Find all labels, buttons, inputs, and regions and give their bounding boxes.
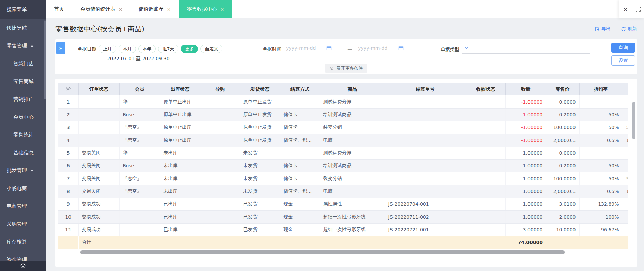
column-header-收款状态: 收款状态	[466, 83, 505, 95]
cell: 0.5%	[579, 134, 623, 147]
table-row[interactable]: 6交易关闭Rose未出库未发货储值卡培训测试商品1.000000.200050%	[58, 159, 628, 172]
pill-上月[interactable]: 上月	[99, 45, 116, 53]
table-panel: 订单状态会员出库状态导购发货状态结算方式商品结算单号收款状态数量零售价折扣率 1…	[55, 79, 637, 267]
cell: 原单中止出库	[160, 121, 200, 134]
tab-close-icon[interactable]: ×	[167, 7, 171, 12]
sidebar-item-批发管理[interactable]: 批发管理	[0, 162, 46, 180]
sidebar-item-label: 基础信息	[13, 150, 34, 156]
cell: 132.89%	[579, 198, 623, 210]
sidebar-settings-bar[interactable]	[0, 261, 46, 271]
cell: 6	[58, 159, 78, 172]
sidebar-item-营销推广[interactable]: 营销推广	[0, 90, 46, 108]
calendar-icon[interactable]	[326, 45, 332, 51]
main-area: 首页会员储值统计表×储值调账单×零售数据中心× × 零售数据中心(按会员+商品)	[46, 0, 644, 271]
time-from-field[interactable]	[285, 45, 342, 53]
time-to-input[interactable]	[358, 45, 398, 51]
pill-自定义[interactable]: 自定义	[200, 45, 222, 53]
refresh-button[interactable]: 刷新	[621, 26, 637, 32]
type-filter-group: 单据类型	[441, 45, 590, 54]
sidebar-item-label: 零售管理	[7, 43, 27, 49]
sidebar-item-库存核算[interactable]: 库存核算	[0, 233, 46, 251]
doc-type-select[interactable]	[462, 45, 590, 54]
export-button[interactable]: 导出	[595, 26, 611, 32]
column-header-出库状态: 出库状态	[160, 83, 200, 95]
calendar-icon[interactable]	[398, 45, 404, 51]
column-header-订单状态: 订单状态	[78, 83, 119, 95]
table-row[interactable]: 3『恋空』原单中止出库原单中止发货储值卡裂变分销-1.00000100.0000…	[58, 121, 628, 134]
sidebar-item-搜索菜单[interactable]: 搜索菜单	[0, 0, 46, 19]
sidebar-item-label: 搜索菜单	[7, 6, 27, 13]
sidebar-scrollbar[interactable]	[44, 20, 46, 99]
cell: 50%	[579, 172, 623, 185]
sidebar-item-快捷导航[interactable]: 快捷导航	[0, 19, 46, 37]
cell: 1	[58, 95, 78, 108]
table-row[interactable]: 1华原单中止出库原单中止发货测试运费分摊-1.000000.0000	[58, 95, 628, 108]
cell	[579, 95, 623, 108]
tab-储值调账单[interactable]: 储值调账单×	[131, 0, 179, 18]
vertical-scrollbar[interactable]	[632, 102, 635, 139]
cell: 未发货	[240, 172, 280, 185]
time-filter-label: 单据时间	[263, 45, 281, 53]
table-row[interactable]: 5交易关闭华未出库未发货测试运费分摊1.000000.0000	[58, 147, 628, 159]
fullscreen-icon[interactable]	[632, 0, 644, 18]
tab-零售数据中心[interactable]: 零售数据中心×	[179, 0, 232, 18]
collapse-filter-button[interactable]: »	[56, 42, 65, 54]
date-filter-label: 单据日期	[78, 45, 96, 53]
cell	[623, 108, 628, 121]
cell: 原单中止发货	[240, 95, 280, 108]
sidebar-item-label: 采购管理	[7, 221, 27, 227]
cell: JS-20220704-001	[385, 198, 466, 210]
sidebar-item-小畅电商[interactable]: 小畅电商	[0, 180, 46, 197]
horizontal-scrollbar[interactable]	[80, 250, 565, 254]
sidebar-item-会员中心[interactable]: 会员中心	[0, 108, 46, 126]
tab-首页[interactable]: 首页	[46, 0, 72, 18]
tab-close-icon[interactable]: ×	[119, 7, 123, 12]
table-row[interactable]: 2Rose原单中止出库原单中止发货储值卡培训测试商品-1.000000.2000…	[58, 108, 628, 121]
pill-本年[interactable]: 本年	[138, 45, 156, 53]
cell	[200, 223, 240, 236]
double-chevron-down-icon	[330, 66, 334, 71]
cell	[385, 95, 466, 108]
sidebar-item-零售管理[interactable]: 零售管理	[0, 37, 46, 55]
tab-会员储值统计表[interactable]: 会员储值统计表×	[72, 0, 131, 18]
table-row[interactable]: 9交易成功已出库已发货现金属性属性JS-20220704-0011.000003…	[58, 198, 628, 210]
settings-button[interactable]: 设置	[611, 55, 635, 66]
sidebar-item-零售商城[interactable]: 零售商城	[0, 73, 46, 90]
time-from-input[interactable]	[286, 45, 326, 51]
sidebar-item-采购管理[interactable]: 采购管理	[0, 215, 46, 233]
column-settings-gear-icon[interactable]	[58, 83, 78, 95]
close-icon[interactable]: ×	[619, 0, 632, 18]
table-body: 1华原单中止出库原单中止发货测试运费分摊-1.000000.00002Rose原…	[58, 95, 628, 249]
refresh-icon	[621, 27, 626, 32]
table-row[interactable]: 7交易关闭『恋空』未出库未发货储值卡裂变分销1.00000100.000050%…	[58, 172, 628, 185]
cell: 2.0000	[546, 210, 579, 223]
cell	[385, 172, 466, 185]
sidebar-item-label: 智慧门店	[13, 61, 34, 67]
time-to-field[interactable]	[357, 45, 414, 53]
pill-本月[interactable]: 本月	[119, 45, 136, 53]
sidebar-item-电商管理[interactable]: 电商管理	[0, 197, 46, 215]
cell	[385, 121, 466, 134]
search-button[interactable]: 查询	[611, 43, 635, 53]
export-icon	[595, 27, 600, 32]
date-range-value: 2022-07-01 至 2022-09-30	[107, 56, 222, 62]
filter-row: 单据日期 上月本月本年近7天更多自定义 2022-07-01 至 2022-09…	[55, 39, 637, 62]
cell: 现金	[280, 198, 320, 210]
table-row[interactable]: 11交易成功已出库已发货现金超细一次性弓形牙线JS-20220721-0013.…	[58, 223, 628, 236]
cell	[200, 108, 240, 121]
cell: -1.00000	[505, 121, 546, 134]
sidebar-item-label: 库存核算	[7, 239, 27, 245]
table-row[interactable]: 10交易成功已出库已发货现金超细一次性弓形牙线JS-20220711-0021.…	[58, 210, 628, 223]
cell: 电脑	[320, 134, 385, 147]
cell: 100.0000	[546, 121, 579, 134]
sidebar-item-零售统计[interactable]: 零售统计	[0, 126, 46, 144]
table-row[interactable]: 4『恋空』原单中止出库原单中止发货储值卡、积...电脑-1.000002,000…	[58, 134, 628, 147]
sidebar-item-智慧门店[interactable]: 智慧门店	[0, 55, 46, 73]
cell	[466, 198, 505, 210]
sidebar-item-基础信息[interactable]: 基础信息	[0, 144, 46, 162]
pill-更多[interactable]: 更多	[181, 45, 198, 53]
expand-more-conditions-button[interactable]: 展开更多条件	[325, 64, 367, 73]
tab-close-icon[interactable]: ×	[220, 7, 224, 12]
table-row[interactable]: 8交易关闭『恋空』未出库未发货储值卡、积...电脑1.000002,000.0.…	[58, 185, 628, 198]
pill-近7天[interactable]: 近7天	[158, 45, 178, 53]
